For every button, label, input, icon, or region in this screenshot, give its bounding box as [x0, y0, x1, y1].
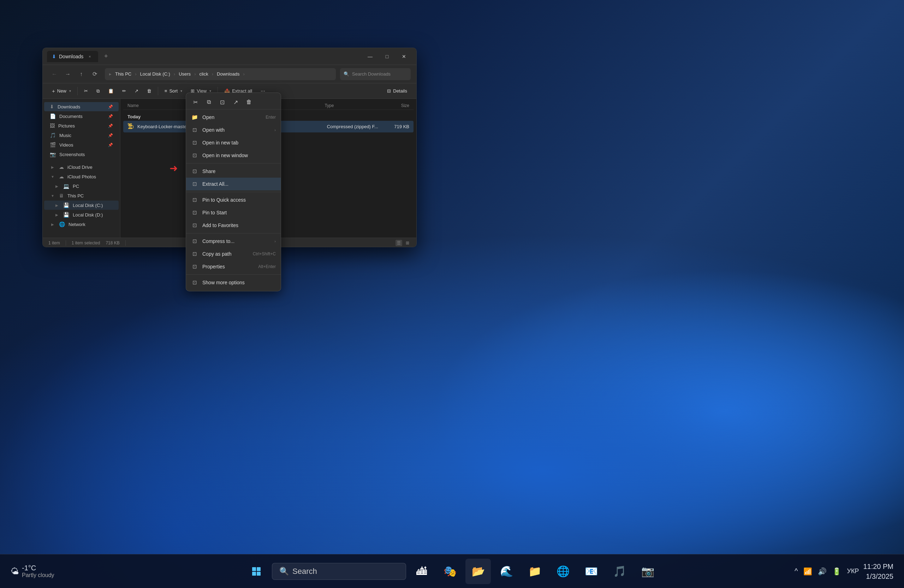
forward-button[interactable]: →	[62, 68, 74, 80]
sidebar-item-icloud-photos[interactable]: ▼ ☁ iCloud Photos	[44, 172, 119, 181]
explorer-icon: 📂	[472, 565, 485, 577]
context-menu-toolbar: ✂ ⧉ ⊡ ↗ 🗑	[186, 95, 281, 109]
paste-button[interactable]: 📋	[104, 86, 117, 96]
cut-button[interactable]: ✂	[81, 86, 92, 96]
breadcrumb-users[interactable]: Users	[177, 71, 192, 77]
breadcrumb-downloads[interactable]: Downloads	[215, 71, 241, 77]
ctx-extract-all[interactable]: ⊡ Extract All...	[186, 178, 281, 190]
ctx-pin-start[interactable]: ⊡ Pin to Start	[186, 206, 281, 219]
ctx-show-more-label: Show more options	[202, 280, 245, 285]
sidebar-item-local-disk-d[interactable]: ▶ 💾 Local Disk (D:)	[44, 210, 119, 219]
ctx-open-shortcut: Enter	[266, 115, 276, 120]
start-button[interactable]	[243, 559, 269, 584]
sep1: ›	[135, 71, 136, 77]
ctx-copy-button[interactable]: ⧉	[202, 96, 215, 108]
sidebar-item-icloud-drive[interactable]: ▶ ☁ iCloud Drive	[44, 163, 119, 172]
files-icon: 📁	[528, 565, 541, 577]
system-tray: ^ 📶 🔊 🔋 УКР	[795, 567, 859, 575]
sort-button[interactable]: ≡ Sort ▾	[161, 86, 186, 96]
sidebar-item-network[interactable]: ▶ 🌐 Network	[44, 220, 119, 229]
taskbar-icon-music[interactable]: 🎵	[607, 559, 632, 584]
keyboard-lang[interactable]: УКР	[847, 567, 859, 575]
weather-widget[interactable]: 🌤 -1°C Partly cloudy	[11, 564, 54, 579]
back-button[interactable]: ←	[48, 68, 60, 80]
ctx-divider-2	[186, 192, 281, 192]
ctx-open-with[interactable]: ⊡ Open with ›	[186, 123, 281, 136]
close-button[interactable]: ✕	[396, 51, 412, 62]
sidebar-item-documents[interactable]: 📄 Documents 📌	[44, 112, 119, 121]
network-tray-icon[interactable]: 📶	[803, 567, 812, 575]
sidebar-item-screenshots[interactable]: 📷 Screenshots	[44, 150, 119, 159]
apps-icon: 🎭	[444, 565, 457, 577]
documents-pin-icon: 📌	[108, 114, 113, 119]
ctx-share[interactable]: ⊡ Share	[186, 165, 281, 178]
rename-button[interactable]: ✏	[119, 86, 130, 96]
taskbar-icon-explorer[interactable]: 📂	[465, 559, 491, 584]
minimize-button[interactable]: —	[362, 51, 378, 62]
sidebar-pc-label: PC	[73, 183, 79, 189]
address-bar[interactable]: ▸ This PC › Local Disk (C:) › Users › cl…	[105, 68, 336, 80]
ctx-open-new-window[interactable]: ⊡ Open in new window	[186, 149, 281, 162]
ctx-add-favorites[interactable]: ⊡ Add to Favorites	[186, 219, 281, 232]
refresh-button[interactable]: ⟳	[89, 68, 101, 80]
ctx-compress-to[interactable]: ⊡ Compress to... ›	[186, 235, 281, 248]
sidebar-item-pictures[interactable]: 🖼 Pictures 📌	[44, 121, 119, 130]
new-button[interactable]: + New ▾	[48, 86, 74, 96]
sidebar-item-local-disk-c[interactable]: ▶ 💾 Local Disk (C:)	[44, 201, 119, 210]
sidebar-item-pc[interactable]: ▶ 💻 PC	[44, 182, 119, 191]
sidebar-item-videos[interactable]: 🎬 Videos 📌	[44, 140, 119, 149]
browser1-icon: 🌊	[500, 565, 513, 577]
tab-close-button[interactable]: ×	[86, 53, 93, 60]
clock-area[interactable]: 11:20 PM 1/3/2025	[863, 561, 893, 581]
breadcrumb-local-disk-c[interactable]: Local Disk (C:)	[139, 71, 172, 77]
details-button[interactable]: ⊟ Details	[384, 86, 411, 96]
detail-view-icon[interactable]: ⊞	[404, 240, 411, 246]
ctx-pin-quick-access[interactable]: ⊡ Pin to Quick access	[186, 193, 281, 206]
ctx-show-more[interactable]: ⊡ Show more options	[186, 276, 281, 289]
delete-button[interactable]: 🗑	[143, 86, 155, 96]
search-icon: 🔍	[344, 71, 349, 77]
ctx-copy-path[interactable]: ⊡ Copy as path Ctrl+Shift+C	[186, 248, 281, 260]
up-button[interactable]: ↑	[75, 68, 87, 80]
music-pin-icon: 📌	[108, 133, 113, 138]
maximize-button[interactable]: □	[379, 51, 395, 62]
ctx-cut-button[interactable]: ✂	[189, 96, 202, 108]
volume-tray-icon[interactable]: 🔊	[818, 567, 827, 575]
sidebar-item-music[interactable]: 🎵 Music 📌	[44, 131, 119, 140]
sidebar-network-label: Network	[68, 222, 85, 227]
sidebar-documents-label: Documents	[59, 114, 83, 119]
file-size: 719 KB	[381, 124, 409, 129]
sidebar-item-this-pc[interactable]: ▼ 🖥 This PC	[44, 191, 119, 200]
taskbar: 🌤 -1°C Partly cloudy 🔍 Search 🏙	[0, 554, 904, 588]
city-icon: 🏙	[416, 565, 427, 577]
copy-icon: ⧉	[96, 88, 100, 94]
taskbar-search-bar[interactable]: 🔍 Search	[272, 563, 406, 580]
taskbar-icon-camera[interactable]: 📷	[635, 559, 661, 584]
navigation-toolbar: ← → ↑ ⟳ ▸ This PC › Local Disk (C:) › Us…	[43, 65, 416, 83]
sidebar-item-downloads[interactable]: ⬇ Downloads 📌	[44, 102, 119, 111]
taskbar-icon-mail[interactable]: 📧	[578, 559, 604, 584]
ctx-paste-button[interactable]: ⊡	[216, 96, 229, 108]
ctx-delete-button[interactable]: 🗑	[243, 96, 255, 108]
tray-expand-icon[interactable]: ^	[795, 567, 798, 575]
taskbar-icon-files[interactable]: 📁	[522, 559, 547, 584]
taskbar-icon-city[interactable]: 🏙	[409, 559, 435, 584]
new-tab-button[interactable]: +	[101, 52, 111, 62]
copy-button[interactable]: ⧉	[93, 86, 103, 96]
list-view-icon[interactable]: ☰	[395, 240, 402, 246]
new-chevron: ▾	[69, 89, 71, 93]
ctx-share-button[interactable]: ↗	[229, 96, 242, 108]
search-box[interactable]: 🔍 Search Downloads	[340, 68, 411, 80]
tab-downloads[interactable]: ⬇ Downloads ×	[47, 51, 98, 62]
sidebar-icloud-photos-label: iCloud Photos	[68, 174, 96, 179]
ctx-open-new-tab[interactable]: ⊡ Open in new tab	[186, 136, 281, 149]
ctx-open[interactable]: 📁 Open Enter	[186, 111, 281, 123]
taskbar-icon-apps[interactable]: 🎭	[437, 559, 463, 584]
breadcrumb-click[interactable]: click	[198, 71, 209, 77]
taskbar-icon-browser1[interactable]: 🌊	[494, 559, 519, 584]
breadcrumb-this-pc[interactable]: This PC	[114, 71, 133, 77]
ctx-properties[interactable]: ⊡ Properties Alt+Enter	[186, 260, 281, 273]
share-button[interactable]: ↗	[131, 86, 142, 96]
taskbar-icon-edge[interactable]: 🌐	[550, 559, 575, 584]
battery-tray-icon[interactable]: 🔋	[832, 567, 841, 575]
